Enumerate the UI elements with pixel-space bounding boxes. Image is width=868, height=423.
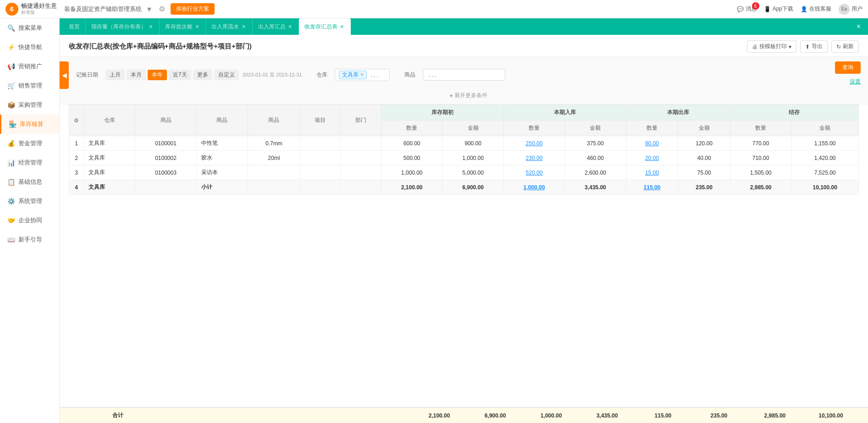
goods-filter-more[interactable]: ... <box>427 71 439 79</box>
message-item[interactable]: 💬 消息 6 <box>737 5 757 13</box>
cell-out-qty-1[interactable]: 20.00 <box>626 151 678 165</box>
warehouse-filter-more[interactable]: ... <box>369 71 381 79</box>
footer-in-qty: 1,000.00 <box>523 412 579 419</box>
date-btn-7days[interactable]: 近7天 <box>169 70 191 80</box>
tab-flow-label: 出入库流水 <box>211 23 239 31</box>
print-button[interactable]: 🖨 按模板打印 ▾ <box>747 40 796 53</box>
sidebar-item-enterprise[interactable]: 🤝 企业协同 <box>0 211 59 230</box>
footer-open-qty: 2,100.00 <box>411 412 467 419</box>
online-service-item[interactable]: 👤 在线客服 <box>801 5 831 13</box>
cell-out-qty-2[interactable]: 15.00 <box>626 165 678 180</box>
sidebar: 🔍 搜索菜单 ⚡ 快捷导航 📢 营销推广 🛒 销售管理 📦 采购管理 🏪 库存核… <box>0 18 60 423</box>
enterprise-icon: 🤝 <box>7 217 15 224</box>
sidebar-item-quick[interactable]: ⚡ 快捷导航 <box>0 38 59 57</box>
cell-open-qty-2: 1,000.00 <box>381 165 442 180</box>
col-header-warehouse: 仓库 <box>84 105 135 136</box>
refresh-button[interactable]: ↻ 刷新 <box>831 40 859 53</box>
query-button[interactable]: 查询 <box>835 61 861 74</box>
tab-home[interactable]: 首页 <box>63 18 86 35</box>
cell-in-qty-2[interactable]: 520.00 <box>503 165 564 180</box>
table-settings-col[interactable]: ⚙ <box>69 105 84 136</box>
tab-recv-send[interactable]: 收发存汇总表 × <box>299 18 351 35</box>
basic-icon: 📋 <box>7 178 15 186</box>
col-open-qty: 数量 <box>381 121 442 136</box>
date-btn-custom[interactable]: 自定义 <box>214 70 239 80</box>
tab-summary-close[interactable]: × <box>287 22 293 31</box>
cell-dept-2 <box>341 165 381 180</box>
tab-summary[interactable]: 出入库汇总 × <box>253 18 299 35</box>
cell-name-1: 胶水 <box>196 151 248 165</box>
print-label: 按模板打印 <box>759 43 787 50</box>
cell-index-2: 3 <box>69 165 84 180</box>
tab-inventory-dist[interactable]: 现存量（库存分布表） × <box>86 18 160 35</box>
cell-out-amt-3: 235.00 <box>678 180 730 195</box>
app-download-label: App下载 <box>773 5 793 13</box>
cell-out-amt-0: 120.00 <box>678 136 730 151</box>
date-btn-last-month[interactable]: 上月 <box>105 70 125 80</box>
sidebar-label-basic: 基础信息 <box>18 178 42 186</box>
cell-in-qty-1[interactable]: 230.00 <box>503 151 564 165</box>
warehouse-tag-close[interactable]: × <box>360 71 364 78</box>
cell-spec-1: 20ml <box>248 151 300 165</box>
sidebar-item-finance[interactable]: 💰 资金管理 <box>0 134 59 153</box>
dropdown-arrow: ▾ <box>147 4 151 14</box>
goods-select[interactable]: ... <box>423 69 505 81</box>
export-button[interactable]: ⬆ 导出 <box>800 40 828 53</box>
page-title-bar: 收发存汇总表(按仓库+商品编码+商品+规格型号+项目+部门) 🖨 按模板打印 ▾… <box>60 35 868 57</box>
quick-icon: ⚡ <box>7 44 15 51</box>
sidebar-item-purchase[interactable]: 📦 采购管理 <box>0 95 59 115</box>
filter-toggle-button[interactable]: ◀ <box>60 61 69 89</box>
sales-icon: 🛒 <box>7 82 15 89</box>
logo-icon: 6 <box>6 3 18 16</box>
expand-more-button[interactable]: ▾ 展开更多条件 <box>450 92 487 99</box>
col-out-amt: 金额 <box>678 121 730 136</box>
page-content: 收发存汇总表(按仓库+商品编码+商品+规格型号+项目+部门) 🖨 按模板打印 ▾… <box>60 35 868 407</box>
sidebar-item-marketing[interactable]: 📢 营销推广 <box>0 57 59 76</box>
cell-in-qty-0[interactable]: 250.00 <box>503 136 564 151</box>
tab-recv-send-close[interactable]: × <box>339 22 345 31</box>
tab-inventory-dist-close[interactable]: × <box>148 22 154 31</box>
cell-project-1 <box>300 151 341 165</box>
sidebar-item-guide[interactable]: 📖 新手引导 <box>0 230 59 249</box>
footer-close-qty: 2,985.00 <box>747 412 803 419</box>
sidebar-item-inventory[interactable]: 🏪 库存核算 <box>0 115 59 134</box>
top-header: 6 畅捷通好生意 标准版 装备及固定资产辅助管理系统 ▾ ⚙ 体验行业方案 💬 … <box>0 0 868 18</box>
avatar: Ea <box>839 4 850 15</box>
content-area: 首页 现存量（库存分布表） × 库存批次账 × 出入库流水 × 出入库汇总 × … <box>60 18 868 423</box>
warehouse-select[interactable]: 文具库 × ... <box>335 69 390 81</box>
cell-in-amt-0: 375.00 <box>565 136 626 151</box>
cell-project-2 <box>300 165 341 180</box>
tab-batch[interactable]: 库存批次账 × <box>160 18 206 35</box>
tab-bar-close[interactable]: × <box>853 22 864 31</box>
sidebar-item-sales[interactable]: 🛒 销售管理 <box>0 76 59 95</box>
tab-flow[interactable]: 出入库流水 × <box>206 18 252 35</box>
phone-icon: 📱 <box>764 6 771 12</box>
cell-out-qty-0[interactable]: 80.00 <box>626 136 678 151</box>
inventory-icon: 🏪 <box>9 121 16 128</box>
cell-dept-0 <box>341 136 381 151</box>
tab-recv-send-label: 收发存汇总表 <box>304 23 337 31</box>
sidebar-item-system[interactable]: ⚙️ 系统管理 <box>0 192 59 211</box>
tab-flow-close[interactable]: × <box>241 22 246 31</box>
cell-out-qty-3[interactable]: 115.00 <box>626 180 678 195</box>
date-filter-label: 记账日期 <box>76 71 98 79</box>
sidebar-item-basic[interactable]: 📋 基础信息 <box>0 172 59 192</box>
tab-batch-close[interactable]: × <box>194 22 200 31</box>
setting-button[interactable]: 设置 <box>850 76 861 88</box>
trial-button[interactable]: 体验行业方案 <box>171 3 215 15</box>
date-btn-this-year[interactable]: 本年 <box>148 70 167 80</box>
app-download-item[interactable]: 📱 App下载 <box>764 5 793 13</box>
page-actions: 🖨 按模板打印 ▾ ⬆ 导出 ↻ 刷新 <box>747 40 859 53</box>
cell-name-3: 小计 <box>196 180 248 195</box>
user-label: 用户 <box>851 5 862 13</box>
cell-in-qty-3[interactable]: 1,000.00 <box>503 180 564 195</box>
date-btn-more[interactable]: 更多 <box>193 70 212 80</box>
sidebar-item-operation[interactable]: 📊 经营管理 <box>0 153 59 172</box>
date-btn-this-month[interactable]: 本月 <box>127 70 146 80</box>
tab-batch-label: 库存批次账 <box>165 23 193 31</box>
export-icon: ⬆ <box>805 44 810 50</box>
user-item[interactable]: Ea 用户 <box>839 4 862 15</box>
settings-gear-icon[interactable]: ⚙ <box>159 5 165 13</box>
sidebar-item-search[interactable]: 🔍 搜索菜单 <box>0 18 59 38</box>
tab-summary-label: 出入库汇总 <box>258 23 286 31</box>
